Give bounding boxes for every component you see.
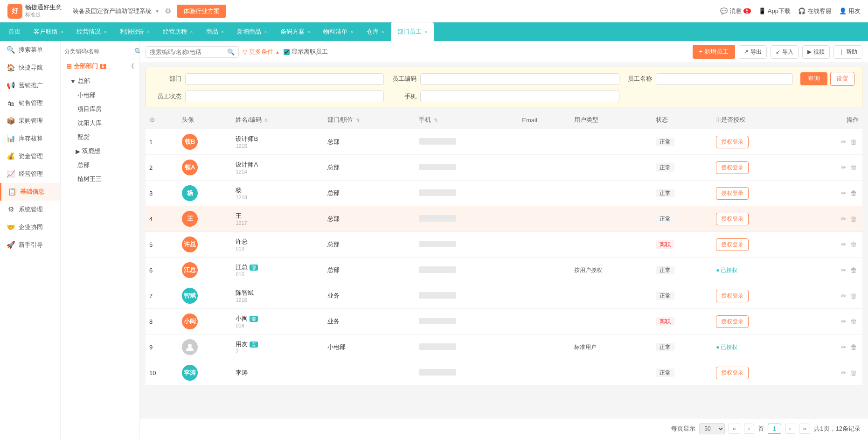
dept-node[interactable]: 项目库房 (61, 102, 139, 116)
message-btn[interactable]: 💬 消息 5 (720, 7, 751, 15)
sidebar-item-finance[interactable]: 💰资金管理 (0, 147, 60, 165)
dept-search-input[interactable] (64, 48, 134, 55)
emp-search-icon[interactable]: 🔍 (227, 49, 235, 56)
nav-tab-条码方案[interactable]: 条码方案× (274, 22, 317, 41)
nav-tab-仓库[interactable]: 仓库× (360, 22, 391, 41)
edit-button[interactable]: ✏ (841, 318, 847, 325)
set-button[interactable]: 设置 (830, 72, 854, 86)
delete-button[interactable]: 🗑 (850, 369, 857, 376)
auth-button[interactable]: 授权登录 (716, 367, 749, 379)
sidebar-item-inventory[interactable]: 📊库存核算 (0, 130, 60, 147)
dept-node[interactable]: ▶ 双鹿想 (61, 144, 139, 158)
prev-page-btn[interactable]: ‹ (744, 424, 754, 434)
user-menu[interactable]: 👤 用友 (839, 7, 861, 15)
filter-emp-code-input[interactable] (420, 73, 619, 85)
nav-tab-物料清单[interactable]: 物料清单× (317, 22, 360, 41)
sidebar-item-guide[interactable]: 🚀新手引导 (0, 236, 60, 254)
delete-button[interactable]: 🗑 (850, 138, 857, 146)
auth-button[interactable]: 授权登录 (716, 161, 749, 174)
more-filter-btn[interactable]: ▽ 更多条件 ▲ (243, 48, 280, 56)
edit-button[interactable]: ✏ (841, 164, 847, 171)
edit-button[interactable]: ✏ (841, 343, 847, 351)
tab-close-icon[interactable]: × (424, 29, 427, 35)
nav-tab-部门员工[interactable]: 部门员工× (391, 22, 434, 41)
sort-phone-icon[interactable]: ⇅ (434, 118, 437, 123)
nav-tab-经营情况[interactable]: 经营情况× (70, 22, 113, 41)
auth-button[interactable]: 授权登录 (716, 187, 749, 200)
tab-close-icon[interactable]: × (190, 29, 193, 35)
tab-close-icon[interactable]: × (61, 29, 63, 35)
import-button[interactable]: ↙ 导入 (771, 45, 799, 59)
delete-button[interactable]: 🗑 (850, 266, 857, 274)
edit-button[interactable]: ✏ (841, 215, 847, 223)
export-button[interactable]: ↗ 导出 (739, 45, 767, 59)
sidebar-item-marketing[interactable]: 📢营销推广 (0, 77, 60, 94)
sidebar-item-system[interactable]: ⚙系统管理 (0, 201, 60, 218)
page-size-select[interactable]: 50 20 100 (699, 423, 725, 434)
sidebar-item-quick-nav[interactable]: 🏠快捷导航 (0, 59, 60, 77)
query-button[interactable]: 查询 (800, 72, 827, 85)
delete-button[interactable]: 🗑 (850, 164, 857, 171)
emp-search-input[interactable] (150, 49, 225, 56)
delete-button[interactable]: 🗑 (850, 241, 857, 248)
edit-button[interactable]: ✏ (841, 266, 847, 274)
sidebar-item-collab[interactable]: 🤝企业协同 (0, 218, 60, 236)
filter-emp-name-input[interactable] (656, 73, 793, 85)
tab-close-icon[interactable]: × (307, 29, 310, 35)
edit-button[interactable]: ✏ (841, 241, 847, 248)
sidebar-item-search[interactable]: 🔍搜索菜单 (0, 41, 60, 59)
nav-tab-经营历程[interactable]: 经营历程× (156, 22, 199, 41)
filter-status-select[interactable] (185, 91, 384, 102)
nav-tab-商品[interactable]: 商品× (200, 22, 230, 41)
filter-phone-input[interactable] (420, 91, 619, 102)
show-resigned-label[interactable]: 显示离职员工 (284, 48, 328, 56)
dept-search-icon[interactable]: 🔍 (134, 48, 140, 55)
nav-tab-新增商品[interactable]: 新增商品× (230, 22, 273, 41)
tab-close-icon[interactable]: × (221, 29, 224, 35)
app-download-btn[interactable]: 📱 App下载 (758, 7, 791, 15)
sort-dept-icon[interactable]: ⇅ (356, 118, 360, 123)
edit-button[interactable]: ✏ (841, 369, 847, 376)
dept-node[interactable]: 沈阳大库 (61, 116, 139, 130)
tab-close-icon[interactable]: × (382, 29, 384, 35)
trial-button[interactable]: 体验行业方案 (177, 5, 226, 18)
tab-close-icon[interactable]: × (264, 29, 267, 35)
dept-collapse-btn[interactable]: 《 (128, 63, 134, 70)
dept-node[interactable]: 小电部 (61, 88, 139, 102)
dept-node[interactable]: 植树王三 (61, 172, 139, 186)
support-btn[interactable]: 🎧 在线客服 (798, 7, 832, 15)
delete-button[interactable]: 🗑 (850, 292, 857, 300)
sort-name-icon[interactable]: ⇅ (264, 118, 268, 123)
last-page-btn[interactable]: » (799, 424, 811, 434)
dept-all-item[interactable]: ⊞ 全部部门 6 《 (61, 58, 139, 74)
delete-button[interactable]: 🗑 (850, 343, 857, 351)
sidebar-item-operations[interactable]: 📈经营管理 (0, 165, 60, 183)
auth-button[interactable]: 授权登录 (716, 213, 749, 225)
view-button[interactable]: ▶ 视频 (802, 45, 830, 59)
next-page-btn[interactable]: › (785, 424, 795, 434)
nav-tab-首页[interactable]: 首页 (2, 22, 27, 41)
nav-tab-利润报告[interactable]: 利润报告× (113, 22, 156, 41)
first-page-btn[interactable]: « (729, 424, 740, 434)
sidebar-item-basic-info[interactable]: 📋基础信息 (0, 183, 60, 201)
dept-node[interactable]: 配货 (61, 130, 139, 144)
tab-close-icon[interactable]: × (104, 29, 106, 35)
delete-button[interactable]: 🗑 (850, 215, 857, 223)
add-employee-button[interactable]: + 新增员工 (693, 45, 735, 59)
dept-node[interactable]: 总部 (61, 158, 139, 172)
col-settings-icon[interactable]: ⚙ (149, 116, 155, 124)
nav-tab-客户联络[interactable]: 客户联络× (27, 22, 70, 41)
auth-button[interactable]: 授权登录 (716, 290, 749, 302)
help-button[interactable]: ｜ 帮助 (833, 45, 862, 59)
auth-button[interactable]: 授权登录 (716, 238, 749, 251)
auth-button[interactable]: 授权登录 (716, 136, 749, 148)
sidebar-item-sales[interactable]: 🛍销售管理 (0, 94, 60, 112)
dept-node[interactable]: ▼ 总部 (61, 74, 139, 88)
sidebar-item-purchase[interactable]: 📦采购管理 (0, 112, 60, 130)
tab-close-icon[interactable]: × (147, 29, 150, 35)
settings-icon[interactable]: ⚙ (165, 7, 171, 15)
auth-button[interactable]: 授权登录 (716, 315, 749, 328)
delete-button[interactable]: 🗑 (850, 189, 857, 197)
edit-button[interactable]: ✏ (841, 292, 847, 300)
edit-button[interactable]: ✏ (841, 189, 847, 197)
